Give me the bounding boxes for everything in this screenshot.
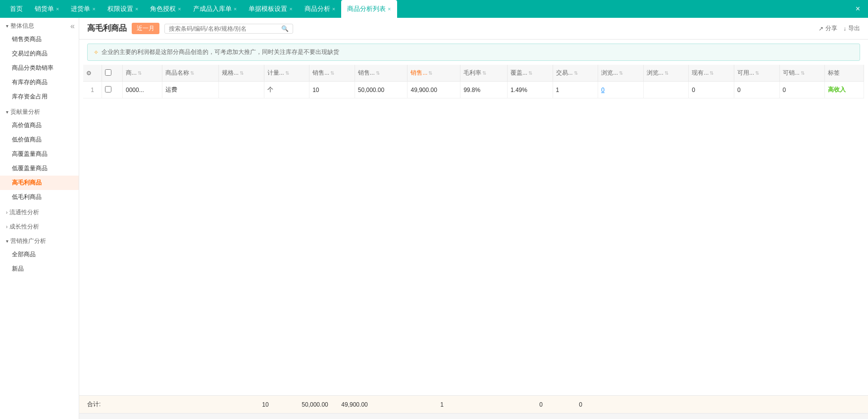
sidebar-item-stock-fund[interactable]: 库存资金占用 bbox=[0, 90, 79, 104]
sort-name-icon[interactable]: ⇅ bbox=[190, 70, 194, 76]
cell-checkbox[interactable] bbox=[102, 82, 123, 98]
nav-product-analysis-list-close[interactable]: × bbox=[388, 6, 391, 12]
export-button[interactable]: ↓ 导出 bbox=[843, 24, 860, 33]
nav-doc-template[interactable]: 单据模板设置 × bbox=[243, 0, 298, 18]
footer-sales-amt: 50,000.00 bbox=[299, 401, 338, 408]
nav-permission-settings[interactable]: 权限设置 × bbox=[102, 0, 144, 18]
sidebar-item-high-value[interactable]: 高价值商品 bbox=[0, 118, 79, 133]
nav-sales-order[interactable]: 销货单 × bbox=[29, 0, 65, 18]
sidebar-collapse-button[interactable]: « bbox=[70, 22, 75, 31]
cell-saleable: 0 bbox=[779, 82, 825, 98]
sidebar-group-circulation[interactable]: › 流通性分析 bbox=[0, 204, 79, 219]
sidebar-item-high-coverage[interactable]: 高覆盖量商品 bbox=[0, 147, 79, 161]
footer-spacer4 bbox=[160, 401, 209, 408]
sort-coverage-icon[interactable]: ⇅ bbox=[528, 70, 532, 76]
col-name: 商品名称 ⇅ bbox=[162, 65, 218, 82]
top-navigation: 首页 销货单 × 进货单 × 权限设置 × 角色授权 × 产成品入库单 × 单据… bbox=[0, 0, 868, 18]
col-tag: 标签 bbox=[825, 65, 864, 82]
sort-spec-icon[interactable]: ⇅ bbox=[240, 70, 244, 76]
nav-doc-template-label: 单据模板设置 bbox=[249, 4, 287, 13]
nav-permission-settings-label: 权限设置 bbox=[107, 4, 133, 13]
search-box[interactable]: 🔍 bbox=[164, 24, 293, 34]
search-input[interactable] bbox=[169, 25, 281, 32]
sort-unit-icon[interactable]: ⇅ bbox=[285, 70, 289, 76]
nav-purchase-order[interactable]: 进货单 × bbox=[65, 0, 101, 18]
col-sales-amt: 销售... ⇅ bbox=[355, 65, 408, 82]
footer-spacer9 bbox=[477, 401, 507, 408]
close-all-button[interactable]: × bbox=[852, 4, 864, 13]
horizontal-scrollbar[interactable] bbox=[79, 413, 868, 419]
col-current: 现有... ⇅ bbox=[689, 65, 734, 82]
group-title-marketing: 营销推广分析 bbox=[10, 237, 46, 245]
nav-sales-order-close[interactable]: × bbox=[56, 6, 59, 12]
nav-permission-settings-close[interactable]: × bbox=[135, 6, 138, 12]
nav-doc-template-close[interactable]: × bbox=[289, 6, 292, 12]
nav-product-entry[interactable]: 产成品入库单 × bbox=[187, 0, 243, 18]
footer-spacer1 bbox=[110, 401, 125, 408]
sidebar-group-overall[interactable]: ▾ 整体信息 bbox=[0, 18, 79, 32]
nav-home-label: 首页 bbox=[10, 4, 23, 13]
nav-product-analysis[interactable]: 商品分析 × bbox=[299, 0, 341, 18]
nav-product-entry-label: 产成品入库单 bbox=[193, 4, 232, 13]
col-available: 可用... ⇅ bbox=[734, 65, 779, 82]
nav-product-entry-close[interactable]: × bbox=[234, 6, 237, 12]
settings-icon[interactable]: ⚙ bbox=[86, 70, 92, 77]
sort-tx-count-icon[interactable]: ⇅ bbox=[574, 70, 578, 76]
sidebar-item-low-value[interactable]: 低价值商品 bbox=[0, 133, 79, 147]
sidebar-group-contribution[interactable]: ▾ 贡献量分析 bbox=[0, 104, 79, 118]
cell-views1[interactable]: 0 bbox=[598, 82, 644, 98]
cell-gross-margin: 99.8% bbox=[460, 82, 508, 98]
select-all-checkbox[interactable] bbox=[105, 69, 111, 76]
nav-home[interactable]: 首页 bbox=[4, 0, 29, 18]
sort-saleable-icon[interactable]: ⇅ bbox=[801, 70, 805, 76]
sidebar-item-low-coverage[interactable]: 低覆盖量商品 bbox=[0, 161, 79, 176]
nav-product-analysis-list-label: 商品分析列表 bbox=[347, 4, 386, 13]
sort-views2-icon[interactable]: ⇅ bbox=[664, 70, 668, 76]
sidebar-group-growth[interactable]: › 成长性分析 bbox=[0, 219, 79, 233]
share-button[interactable]: ↗ 分享 bbox=[818, 24, 837, 33]
cell-name: 运费 bbox=[162, 82, 218, 98]
sort-current-icon[interactable]: ⇅ bbox=[710, 70, 714, 76]
nav-purchase-order-close[interactable]: × bbox=[92, 6, 95, 12]
cell-index: 1 bbox=[83, 82, 102, 98]
table-row: 1 0000... 运费 个 10 50,000.00 49,900.00 99… bbox=[83, 82, 864, 98]
sort-views1-icon[interactable]: ⇅ bbox=[619, 70, 623, 76]
sort-available-icon[interactable]: ⇅ bbox=[755, 70, 759, 76]
nav-product-analysis-label: 商品分析 bbox=[305, 4, 330, 13]
sort-sales-amt-icon[interactable]: ⇅ bbox=[376, 70, 380, 76]
sort-sales-qty-icon[interactable]: ⇅ bbox=[330, 70, 334, 76]
horizontal-scrollbar-inner[interactable] bbox=[79, 414, 868, 419]
info-text: 企业的主要的利润都是这部分商品创造的，可考虑加大推广，同时关注库存是不要出现缺货 bbox=[102, 48, 339, 56]
filter-recent-month-button[interactable]: 近一月 bbox=[132, 23, 159, 34]
sidebar-item-high-margin[interactable]: 高毛利商品 bbox=[0, 176, 79, 190]
sidebar-item-new-goods[interactable]: 新品 bbox=[0, 262, 79, 276]
group-title-contribution: 贡献量分析 bbox=[10, 108, 40, 116]
cell-available: 0 bbox=[734, 82, 779, 98]
nav-product-analysis-list[interactable]: 商品分析列表 × bbox=[341, 0, 397, 18]
sort-code-icon[interactable]: ⇅ bbox=[138, 70, 142, 76]
sidebar-item-in-stock[interactable]: 有库存的商品 bbox=[0, 75, 79, 90]
info-banner: ✧ 企业的主要的利润都是这部分商品创造的，可考虑加大推广，同时关注库存是不要出现… bbox=[87, 44, 860, 61]
sidebar-item-all-goods[interactable]: 全部商品 bbox=[0, 247, 79, 262]
page-title: 高毛利商品 bbox=[87, 23, 127, 34]
table-body: 1 0000... 运费 个 10 50,000.00 49,900.00 99… bbox=[83, 82, 864, 98]
search-icon[interactable]: 🔍 bbox=[281, 25, 289, 32]
sidebar-item-sales-goods[interactable]: 销售类商品 bbox=[0, 32, 79, 47]
header-actions: ↗ 分享 ↓ 导出 bbox=[818, 24, 860, 33]
col-tx-count: 交易... ⇅ bbox=[553, 65, 598, 82]
sidebar-item-traded-goods[interactable]: 交易过的商品 bbox=[0, 47, 79, 61]
footer-spacer7 bbox=[378, 401, 408, 408]
sidebar-item-low-margin[interactable]: 低毛利商品 bbox=[0, 190, 79, 204]
nav-role-auth[interactable]: 角色授权 × bbox=[144, 0, 187, 18]
nav-role-auth-label: 角色授权 bbox=[150, 4, 176, 13]
sort-gross-margin-icon[interactable]: ⇅ bbox=[482, 70, 486, 76]
nav-role-auth-close[interactable]: × bbox=[178, 6, 181, 12]
sidebar-group-marketing[interactable]: ▾ 营销推广分析 bbox=[0, 233, 79, 247]
nav-product-analysis-close[interactable]: × bbox=[332, 6, 335, 12]
col-checkbox bbox=[102, 65, 123, 82]
row-checkbox[interactable] bbox=[105, 86, 111, 93]
col-sales-qty: 销售... ⇅ bbox=[309, 65, 355, 82]
sidebar-item-category-rate[interactable]: 商品分类助销率 bbox=[0, 61, 79, 75]
sort-sales-profit-icon[interactable]: ⇅ bbox=[428, 70, 432, 76]
cell-code: 0000... bbox=[123, 82, 162, 98]
